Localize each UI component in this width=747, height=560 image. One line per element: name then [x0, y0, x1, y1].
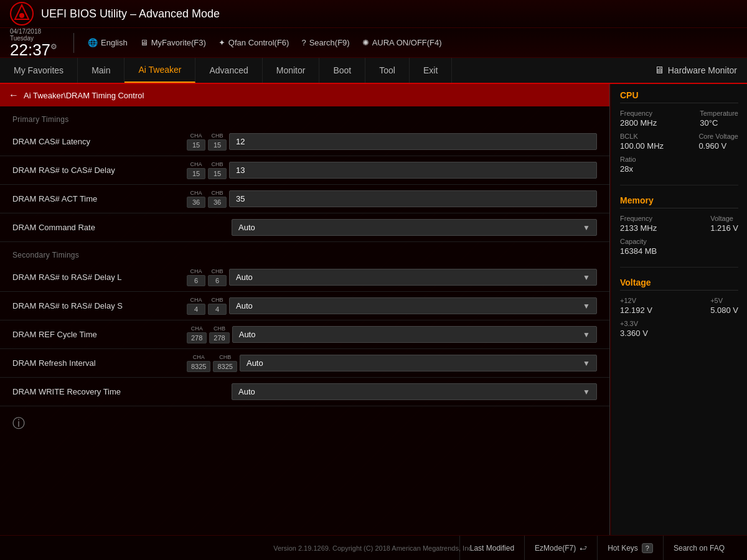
- time-display: 22:37⚙: [10, 42, 57, 58]
- chevron-down-icon: ▼: [583, 273, 590, 282]
- info-icon: ⓘ: [0, 406, 609, 441]
- chb-value: 6: [208, 275, 227, 286]
- qfan-button[interactable]: ✦ Qfan Control(F6): [214, 35, 294, 50]
- ezmode-button[interactable]: EzMode(F7) ⮐: [524, 536, 597, 561]
- channel-badges: CHA 15 CHB 15: [187, 161, 227, 179]
- main-nav: My Favorites Main Ai Tweaker Advanced Mo…: [0, 58, 747, 84]
- core-voltage-label: Core Voltage: [698, 133, 738, 140]
- v33-label: +3.3V: [620, 320, 648, 327]
- fan-icon: ✦: [218, 38, 225, 47]
- cpu-temp-value: 30°C: [700, 118, 738, 128]
- hw-monitor-panel: CPU Frequency 2800 MHz Temperature 30°C …: [610, 84, 747, 535]
- chb-value: 15: [208, 139, 227, 151]
- nav-tool[interactable]: Tool: [365, 58, 410, 83]
- chb-label: CHB: [211, 190, 223, 196]
- channel-badges: CHA 6 CHB 6: [187, 268, 227, 286]
- secondary-timings-heading: Secondary Timings: [0, 242, 609, 263]
- channel-badges: CHA 4 CHB 4: [187, 297, 227, 315]
- mem-freq-label: Frequency: [620, 215, 657, 222]
- nav-boot[interactable]: Boot: [319, 58, 365, 83]
- table-row: DRAM CAS# Latency CHA 15 CHB 15 12: [0, 128, 609, 156]
- cpu-freq-value: 2800 MHz: [620, 118, 657, 128]
- chevron-down-icon: ▼: [583, 359, 590, 368]
- memory-section: Memory Frequency 2133 MHz Voltage 1.216 …: [611, 189, 747, 263]
- chevron-down-icon: ▼: [583, 302, 590, 310]
- mem-voltage-label: Voltage: [710, 215, 738, 222]
- cha-label: CHA: [190, 161, 202, 167]
- ras-delay-s-dropdown[interactable]: Auto ▼: [229, 297, 597, 314]
- core-voltage-value: 0.960 V: [698, 141, 738, 151]
- ezmode-label: EzMode(F7): [535, 544, 576, 553]
- chb-label: CHB: [219, 354, 231, 360]
- table-row: DRAM RAS# to RAS# Delay L CHA 6 CHB 6 Au…: [0, 263, 609, 292]
- cha-value: 15: [187, 168, 205, 179]
- aura-button[interactable]: ✺ AURA ON/OFF(F4): [357, 35, 447, 50]
- breadcrumb-path: Ai Tweaker\DRAM Timing Control: [24, 91, 144, 100]
- cha-value: 6: [187, 275, 205, 286]
- cha-label: CHA: [190, 190, 202, 196]
- nav-monitor[interactable]: Monitor: [263, 58, 320, 83]
- v5-value: 5.080 V: [710, 306, 738, 315]
- mem-capacity-row: Capacity 16384 MB: [620, 238, 738, 256]
- nav-main[interactable]: Main: [78, 58, 125, 83]
- rog-logo: [10, 2, 34, 26]
- hotkeys-button[interactable]: Hot Keys ?: [597, 536, 663, 561]
- cha-label: CHA: [191, 325, 203, 332]
- cha-value: 8325: [187, 361, 210, 372]
- globe-icon: 🌐: [88, 38, 98, 47]
- v33-value: 3.360 V: [620, 329, 648, 338]
- chb-value: 8325: [213, 361, 237, 372]
- brand-title: UEFI BIOS Utility – Advanced Mode: [41, 7, 220, 21]
- capacity-label: Capacity: [620, 238, 657, 245]
- cha-value: 36: [187, 197, 205, 208]
- nav-my-favorites[interactable]: My Favorites: [0, 58, 78, 83]
- cpu-freq-temp-row: Frequency 2800 MHz Temperature 30°C: [620, 110, 738, 128]
- ras-delay-l-dropdown[interactable]: Auto ▼: [229, 269, 597, 286]
- search-faq-button[interactable]: Search on FAQ: [663, 536, 735, 561]
- back-arrow-icon[interactable]: ←: [9, 90, 19, 101]
- setting-label: DRAM CAS# Latency: [12, 137, 187, 146]
- myfavorite-button[interactable]: 🖥 MyFavorite(F3): [135, 35, 211, 50]
- table-row: DRAM RAS# ACT Time CHA 36 CHB 36 35: [0, 185, 609, 213]
- ref-cycle-dropdown[interactable]: Auto ▼: [232, 326, 597, 343]
- cpu-section-title: CPU: [620, 90, 738, 103]
- setting-label: DRAM RAS# to RAS# Delay S: [12, 301, 187, 310]
- version-text: Version 2.19.1269. Copyright (C) 2018 Am…: [273, 544, 474, 552]
- value-input[interactable]: 12: [229, 133, 597, 150]
- search-icon: ?: [301, 38, 306, 47]
- language-button[interactable]: 🌐 English: [83, 35, 133, 50]
- setting-label: DRAM Refresh Interval: [12, 358, 187, 368]
- cpu-temp-label: Temperature: [700, 110, 738, 117]
- chb-value: 4: [208, 304, 227, 315]
- setting-label: DRAM RAS# to RAS# Delay L: [12, 273, 187, 282]
- bclk-value: 100.00 MHz: [620, 141, 664, 151]
- setting-label: DRAM RAS# ACT Time: [12, 194, 187, 203]
- breadcrumb: ← Ai Tweaker\DRAM Timing Control: [0, 84, 609, 106]
- nav-advanced[interactable]: Advanced: [195, 58, 262, 83]
- main-layout: ← Ai Tweaker\DRAM Timing Control Primary…: [0, 84, 747, 535]
- search-button[interactable]: ? Search(F9): [296, 35, 354, 50]
- chb-label: CHB: [211, 297, 223, 303]
- channel-badges: CHA 36 CHB 36: [187, 190, 227, 208]
- chb-label: CHB: [211, 133, 223, 139]
- nav-exit[interactable]: Exit: [410, 58, 452, 83]
- setting-label: DRAM WRITE Recovery Time: [12, 387, 187, 396]
- chb-label: CHB: [214, 325, 225, 332]
- refresh-interval-dropdown[interactable]: Auto ▼: [240, 355, 597, 371]
- value-input[interactable]: 35: [229, 190, 597, 207]
- chevron-down-icon: ▼: [583, 388, 590, 396]
- table-row: DRAM WRITE Recovery Time Auto ▼: [0, 378, 609, 406]
- mem-voltage-value: 1.216 V: [710, 223, 738, 233]
- value-input[interactable]: 13: [229, 162, 597, 179]
- nav-ai-tweaker[interactable]: Ai Tweaker: [125, 58, 195, 83]
- command-rate-dropdown[interactable]: Auto ▼: [232, 219, 597, 236]
- mem-freq-voltage-row: Frequency 2133 MHz Voltage 1.216 V: [620, 215, 738, 233]
- v12-v5-row: +12V 12.192 V +5V 5.080 V: [620, 297, 738, 315]
- setting-label: DRAM Command Rate: [12, 223, 187, 232]
- info-bar: 04/17/2018Tuesday 22:37⚙ 🌐 English 🖥 MyF…: [0, 28, 747, 58]
- date-text: 04/17/2018Tuesday: [10, 28, 57, 42]
- search-faq-label: Search on FAQ: [674, 544, 725, 553]
- chb-label: CHB: [211, 161, 223, 167]
- write-recovery-dropdown[interactable]: Auto ▼: [232, 383, 597, 400]
- cpu-section: CPU Frequency 2800 MHz Temperature 30°C …: [611, 84, 747, 181]
